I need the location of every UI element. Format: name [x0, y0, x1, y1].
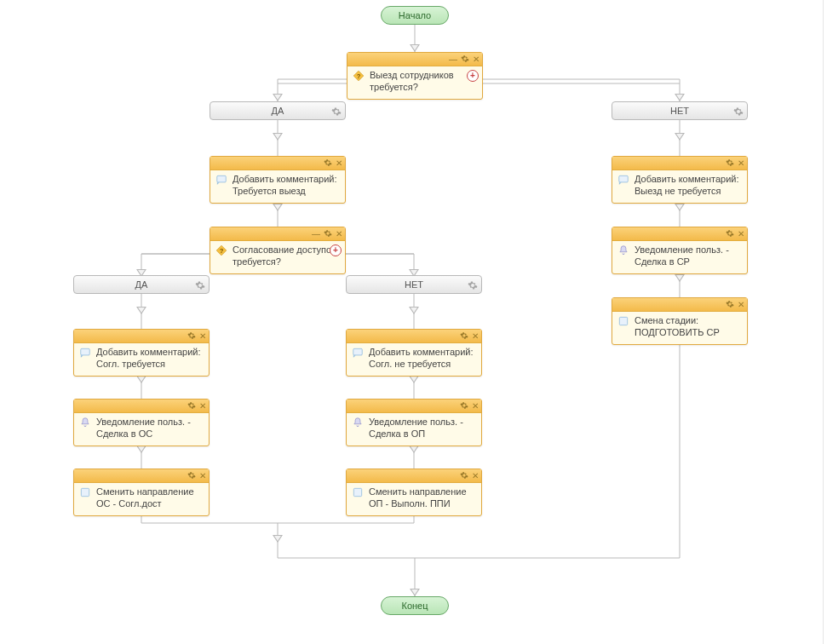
action-change-direction-op[interactable]: ✕ Сменить направление ОП - Выполн. ППИ	[346, 469, 482, 516]
branch-label: ДА	[272, 106, 284, 116]
decision-travel-required[interactable]: — ✕ ? Выезд сотрудников требуется? +	[347, 52, 483, 100]
gear-icon[interactable]	[460, 331, 468, 342]
close-icon[interactable]: ✕	[738, 230, 744, 239]
action-notify-user-sr[interactable]: ✕ Уведомление польз. - Сделка в СР	[612, 227, 748, 274]
comment-icon	[79, 347, 91, 359]
node-label: Выезд сотрудников требуется?	[370, 70, 477, 94]
action-add-comment-travel-not-needed[interactable]: ✕ Добавить комментарий: Выезд не требует…	[612, 156, 748, 204]
node-label: Уведомление польз. - Сделка в ОП	[369, 417, 476, 440]
gear-icon[interactable]	[324, 229, 332, 239]
close-icon[interactable]: ✕	[199, 472, 206, 480]
stage-icon	[352, 486, 364, 498]
svg-rect-38	[353, 348, 363, 355]
question-icon: ?	[353, 70, 365, 82]
svg-text:?: ?	[220, 247, 224, 255]
notification-icon	[79, 417, 91, 428]
branch-label: НЕТ	[670, 106, 689, 116]
node-titlebar: ✕	[347, 469, 481, 483]
svg-rect-40	[353, 488, 361, 496]
branch-label: НЕТ	[405, 279, 423, 290]
start-node[interactable]: Начало	[381, 6, 449, 25]
question-icon: ?	[215, 244, 227, 256]
branch-no-1[interactable]: НЕТ	[612, 101, 748, 120]
gear-icon[interactable]	[187, 331, 196, 342]
action-change-direction-os[interactable]: ✕ Сменить направление ОС - Согл.дост	[73, 469, 210, 516]
minimize-icon[interactable]: —	[312, 230, 320, 239]
gear-icon[interactable]	[195, 279, 205, 296]
node-label: Сменить направление ОП - Выполн. ППИ	[369, 486, 476, 510]
node-label: Добавить комментарий: Согл. требуется	[96, 347, 204, 371]
svg-rect-33	[619, 175, 629, 182]
close-icon[interactable]: ✕	[738, 301, 744, 309]
minimize-icon[interactable]: —	[449, 55, 457, 64]
close-icon[interactable]: ✕	[473, 55, 480, 64]
flowchart-canvas: Начало — ✕ ? Выезд сотрудников требуется…	[0, 0, 827, 644]
gear-icon[interactable]	[726, 158, 734, 169]
node-titlebar: — ✕	[347, 53, 482, 66]
node-label: Добавить комментарий: Требуется выезд	[233, 174, 340, 198]
node-titlebar: ✕	[347, 400, 481, 413]
close-icon[interactable]: ✕	[472, 472, 479, 480]
right-separator	[823, 0, 824, 644]
close-icon[interactable]: ✕	[472, 402, 479, 411]
node-titlebar: ✕	[612, 298, 747, 312]
node-titlebar: — ✕	[210, 227, 345, 241]
branch-yes-2[interactable]: ДА	[73, 275, 210, 294]
action-notify-user-op[interactable]: ✕ Уведомление польз. - Сделка в ОП	[346, 399, 482, 446]
stage-icon	[79, 486, 91, 498]
gear-icon[interactable]	[726, 229, 734, 239]
node-titlebar: ✕	[74, 330, 209, 343]
gear-icon[interactable]	[187, 471, 196, 481]
node-label: Добавить комментарий: Согл. не требуется	[369, 347, 476, 371]
comment-icon	[617, 174, 629, 186]
node-titlebar: ✕	[74, 400, 209, 413]
node-titlebar: ✕	[612, 227, 747, 241]
stage-icon	[617, 315, 629, 327]
branch-yes-1[interactable]: ДА	[210, 101, 346, 120]
branch-label: ДА	[135, 279, 148, 290]
gear-icon[interactable]	[461, 55, 469, 65]
gear-icon[interactable]	[187, 401, 196, 411]
gear-icon[interactable]	[468, 279, 478, 296]
end-node[interactable]: Конец	[381, 596, 449, 615]
comment-icon	[215, 174, 227, 186]
add-branch-icon[interactable]: +	[330, 244, 342, 256]
gear-icon[interactable]	[726, 300, 734, 310]
notification-icon	[617, 244, 629, 256]
close-icon[interactable]: ✕	[199, 402, 206, 411]
node-titlebar: ✕	[347, 330, 481, 343]
notification-icon	[352, 417, 364, 428]
add-branch-icon[interactable]: +	[467, 70, 479, 82]
svg-rect-37	[81, 348, 90, 355]
start-label: Начало	[399, 10, 431, 20]
svg-rect-32	[217, 175, 227, 182]
action-change-stage-sr[interactable]: ✕ Смена стадии: ПОДГОТОВИТЬ СР	[612, 297, 748, 345]
node-titlebar: ✕	[74, 469, 209, 483]
svg-text:?: ?	[357, 72, 361, 80]
close-icon[interactable]: ✕	[472, 332, 479, 341]
close-icon[interactable]: ✕	[336, 230, 342, 239]
gear-icon[interactable]	[331, 105, 342, 122]
close-icon[interactable]: ✕	[199, 332, 206, 341]
close-icon[interactable]: ✕	[336, 159, 342, 168]
node-label: Уведомление польз. - Сделка в ОС	[96, 417, 204, 440]
node-titlebar: ✕	[612, 157, 747, 170]
gear-icon[interactable]	[460, 401, 468, 411]
comment-icon	[352, 347, 364, 359]
decision-access-approval-required[interactable]: — ✕ ? Согласование доступов требуется? +	[210, 227, 346, 274]
gear-icon[interactable]	[733, 105, 744, 122]
branch-no-2[interactable]: НЕТ	[346, 275, 482, 294]
svg-rect-39	[81, 488, 89, 496]
action-add-comment-travel-needed[interactable]: ✕ Добавить комментарий: Требуется выезд	[210, 156, 346, 204]
node-label: Добавить комментарий: Выезд не требуется	[635, 174, 742, 198]
gear-icon[interactable]	[460, 471, 468, 481]
gear-icon[interactable]	[324, 158, 332, 169]
end-label: Конец	[401, 601, 428, 611]
action-add-comment-access-needed[interactable]: ✕ Добавить комментарий: Согл. требуется	[73, 329, 210, 377]
node-label: Сменить направление ОС - Согл.дост	[96, 486, 204, 510]
node-label: Уведомление польз. - Сделка в СР	[635, 244, 742, 268]
node-label: Согласование доступов требуется?	[233, 244, 340, 268]
close-icon[interactable]: ✕	[738, 159, 744, 168]
action-notify-user-os[interactable]: ✕ Уведомление польз. - Сделка в ОС	[73, 399, 210, 446]
action-add-comment-access-not-needed[interactable]: ✕ Добавить комментарий: Согл. не требует…	[346, 329, 482, 377]
